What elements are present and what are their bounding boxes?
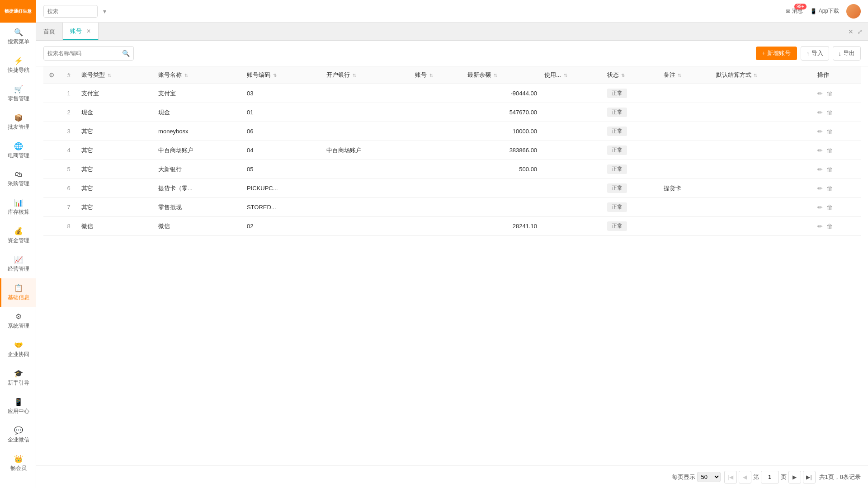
row-name-cell: 支付宝 (155, 84, 243, 103)
row-name-cell: 中百商场账户 (155, 141, 243, 160)
col-balance[interactable]: 最新余额 ⇅ (464, 66, 541, 84)
row-bank-cell (323, 103, 411, 122)
sidebar-item-new-guide[interactable]: 🎓 新手引导 (0, 364, 36, 392)
row-num-cell: 7 (60, 198, 78, 217)
top-bar-left: ▾ (43, 5, 106, 18)
edit-button[interactable]: ✏ (817, 204, 823, 211)
row-num-cell: 1 (60, 84, 78, 103)
col-name[interactable]: 账号名称 ⇅ (155, 66, 243, 84)
row-num-cell: 3 (60, 122, 78, 141)
row-bank-cell (323, 160, 411, 179)
col-default-payment[interactable]: 默认结算方式 ⇅ (712, 66, 814, 84)
search-wrap: 🔍 (43, 46, 134, 61)
row-account-cell (411, 141, 464, 160)
sidebar-item-basic-info[interactable]: 📋 基础信息 (0, 278, 36, 307)
first-page-button[interactable]: |◀ (724, 471, 737, 483)
import-button[interactable]: ↑ 导入 (801, 46, 829, 61)
row-balance-cell: 500.00 (464, 160, 541, 179)
tab-expand-button[interactable]: ⤢ (857, 28, 863, 35)
prev-page-button[interactable]: ◀ (739, 471, 751, 483)
tab-account-close[interactable]: ✕ (86, 28, 91, 34)
tab-account[interactable]: 账号 ✕ (63, 23, 99, 40)
sidebar-item-label: 畅会员 (10, 465, 27, 472)
edit-button[interactable]: ✏ (817, 90, 823, 97)
sidebar-item-ecommerce-mgmt[interactable]: 🌐 电商管理 (0, 136, 36, 165)
edit-button[interactable]: ✏ (817, 109, 823, 116)
top-bar-right: ✉ 消息 99+ 📱 App下载 (786, 4, 861, 19)
edit-button[interactable]: ✏ (817, 147, 823, 154)
sidebar-item-system-mgmt[interactable]: ⚙ 系统管理 (0, 307, 36, 335)
sidebar-item-fund-mgmt[interactable]: 💰 资金管理 (0, 221, 36, 250)
col-usage[interactable]: 使用... ⇅ (541, 66, 604, 84)
col-type[interactable]: 账号类型 ⇅ (78, 66, 155, 84)
col-status-label: 状态 (607, 71, 619, 78)
delete-button[interactable]: 🗑 (826, 223, 833, 230)
tab-close-button[interactable]: ✕ (848, 28, 854, 35)
row-actions-cell: ✏ 🗑 (814, 198, 861, 217)
row-usage-cell (541, 84, 604, 103)
delete-button[interactable]: 🗑 (826, 147, 833, 154)
col-settings[interactable]: ⚙ (43, 66, 60, 84)
row-code-cell: 02 (243, 217, 323, 236)
col-bank[interactable]: 开户银行 ⇅ (323, 66, 411, 84)
export-button[interactable]: ↓ 导出 (833, 46, 861, 61)
edit-button[interactable]: ✏ (817, 128, 823, 135)
toolbar-right: + 新增账号 ↑ 导入 ↓ 导出 (756, 46, 861, 61)
action-buttons: ✏ 🗑 (817, 185, 857, 192)
sidebar-item-inventory[interactable]: 📊 库存核算 (0, 193, 36, 221)
sort-icon-code: ⇅ (273, 73, 277, 78)
sidebar-item-vip-member[interactable]: 👑 畅会员 (0, 449, 36, 478)
status-badge: 正常 (607, 183, 627, 193)
edit-button[interactable]: ✏ (817, 223, 823, 230)
sidebar-item-label: 批发管理 (8, 123, 29, 131)
last-page-button[interactable]: ▶| (803, 471, 816, 483)
sidebar-item-search-menu[interactable]: 🔍 搜索菜单 (0, 23, 36, 51)
top-dropdown-button[interactable]: ▾ (103, 8, 106, 15)
app-download-button[interactable]: 📱 App下载 (810, 7, 839, 15)
status-badge: 正常 (607, 89, 627, 98)
row-type-cell: 其它 (78, 179, 155, 198)
per-page-select[interactable]: 50 100 200 (697, 472, 721, 482)
sidebar-item-retail-mgmt[interactable]: 🛒 零售管理 (0, 80, 36, 108)
col-code[interactable]: 账号编码 ⇅ (243, 66, 323, 84)
search-input[interactable] (47, 50, 122, 56)
delete-button[interactable]: 🗑 (826, 185, 833, 192)
col-account[interactable]: 账号 ⇅ (411, 66, 464, 84)
delete-button[interactable]: 🗑 (826, 166, 833, 173)
sidebar-item-purchase-mgmt[interactable]: 🛍 采购管理 (0, 165, 36, 193)
page-prefix-label: 第 (753, 473, 759, 481)
sidebar-item-label: 企业微信 (8, 436, 29, 444)
row-type-cell: 其它 (78, 122, 155, 141)
sidebar-item-quick-nav[interactable]: ⚡ 快捷导航 (0, 51, 36, 80)
row-usage-cell (541, 103, 604, 122)
top-search-input[interactable] (43, 5, 98, 18)
row-name-cell: 提货卡（零... (155, 179, 243, 198)
next-page-button[interactable]: ▶ (788, 471, 801, 483)
sidebar-item-app-center[interactable]: 📱 应用中心 (0, 392, 36, 421)
row-num-cell: 8 (60, 217, 78, 236)
message-button[interactable]: ✉ 消息 99+ (786, 7, 803, 15)
delete-button[interactable]: 🗑 (826, 90, 833, 97)
row-bank-cell: 中百商场账户 (323, 141, 411, 160)
row-actions-cell: ✏ 🗑 (814, 179, 861, 198)
sidebar-item-wholesale-mgmt[interactable]: 📦 批发管理 (0, 108, 36, 136)
status-badge: 正常 (607, 127, 627, 136)
sidebar-item-enterprise-wechat[interactable]: 💬 企业微信 (0, 421, 36, 449)
col-status[interactable]: 状态 ⇅ (604, 66, 660, 84)
row-num-cell: 2 (60, 103, 78, 122)
row-actions-cell: ✏ 🗑 (814, 160, 861, 179)
user-avatar[interactable] (846, 4, 861, 19)
edit-button[interactable]: ✏ (817, 166, 823, 173)
delete-button[interactable]: 🗑 (826, 109, 833, 116)
col-remark[interactable]: 备注 ⇅ (660, 66, 712, 84)
page-number-input[interactable] (761, 471, 779, 483)
sidebar-item-enterprise-agreement[interactable]: 🤝 企业协同 (0, 335, 36, 364)
col-num: # (60, 66, 78, 84)
col-actions: 操作 (814, 66, 861, 84)
sidebar-item-operations-mgmt[interactable]: 📈 经营管理 (0, 250, 36, 278)
tab-home[interactable]: 首页 (36, 23, 63, 40)
edit-button[interactable]: ✏ (817, 185, 823, 192)
delete-button[interactable]: 🗑 (826, 128, 833, 135)
add-account-button[interactable]: + 新增账号 (756, 47, 797, 60)
delete-button[interactable]: 🗑 (826, 204, 833, 211)
